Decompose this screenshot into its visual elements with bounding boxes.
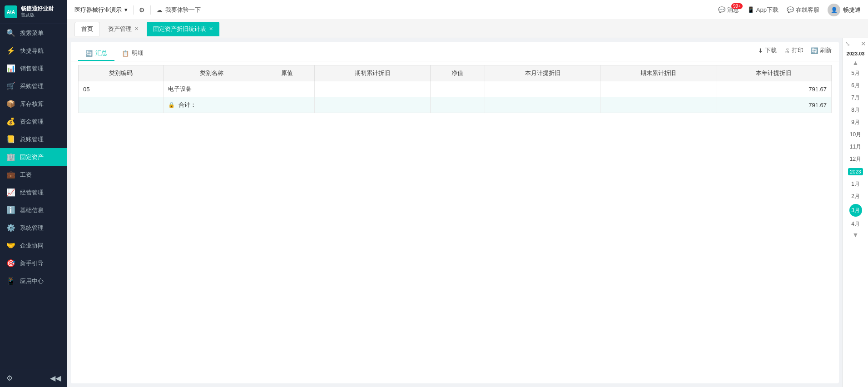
topbar-experience[interactable]: ☁ 我要体验一下 (156, 6, 201, 14)
date-item-3-active[interactable]: 3月 (849, 204, 862, 217)
sidebar-subtitle: 普及版 (21, 12, 54, 18)
download-label: 下载 (765, 46, 777, 55)
sidebar: AtA 畅捷通好业财 普及版 🔍 搜索菜单 ⚡ 快捷导航 📊 销售管理 🛒 采购… (0, 0, 67, 387)
content-body: 🔄 汇总 📋 明细 ⬇ 下载 🖨 打印 (67, 38, 868, 387)
company-name: 医疗器械行业演示 (74, 6, 122, 14)
sidebar-item-search-label: 搜索菜单 (20, 29, 44, 37)
sidebar-item-ledger[interactable]: 📒 总账管理 (0, 130, 67, 148)
appcenter-icon: 📱 (6, 277, 15, 285)
quicknav-icon: ⚡ (6, 46, 15, 55)
depreciation-table: 类别编码 类别名称 原值 期初累计折旧 净值 本月计提折旧 期末累计折旧 本年计… (78, 65, 832, 113)
sidebar-item-appcenter[interactable]: 📱 应用中心 (0, 272, 67, 290)
date-item-11[interactable]: 11月 (843, 141, 868, 153)
sidebar-settings-icon[interactable]: ⚙ (6, 374, 13, 382)
inner-tab-detail-label: 明细 (132, 49, 144, 57)
sidebar-item-salary[interactable]: 💼 工资 (0, 166, 67, 184)
date-item-4[interactable]: 4月 (843, 218, 868, 230)
col-category-code: 类别编码 (79, 65, 164, 81)
user-avatar: 👤 (828, 4, 840, 16)
sidebar-item-guide[interactable]: 🎯 新手引导 (0, 254, 67, 272)
sidebar-item-system-label: 系统管理 (20, 224, 44, 232)
col-ytd-depreciation: 本年计提折旧 (716, 65, 831, 81)
basicinfo-icon: ℹ️ (6, 206, 15, 214)
subtotal-original-value (260, 97, 315, 113)
salary-icon: 💼 (6, 170, 15, 179)
sidebar-item-appcenter-label: 应用中心 (20, 277, 44, 285)
sidebar-item-inventory-label: 库存核算 (20, 100, 44, 108)
topbar-user[interactable]: 👤 畅捷通 (828, 4, 861, 16)
sidebar-item-finance[interactable]: 💰 资金管理 (0, 113, 67, 130)
sidebar-item-basicinfo-label: 基础信息 (20, 206, 44, 214)
sidebar-item-finance-label: 资金管理 (20, 118, 44, 126)
tab-asset-mgmt[interactable]: 资产管理 ✕ (102, 22, 145, 36)
experience-label: 我要体验一下 (165, 6, 201, 14)
finance-icon: 💰 (6, 117, 15, 126)
col-category-name: 类别名称 (164, 65, 260, 81)
tab-depreciation[interactable]: 固定资产折旧统计表 ✕ (147, 22, 219, 36)
purchase-icon: 🛒 (6, 82, 15, 90)
inner-tab-detail[interactable]: 📋 明细 (114, 46, 151, 61)
col-net-value: 净值 (430, 65, 485, 81)
download-button[interactable]: ⬇ 下载 (758, 46, 777, 55)
sidebar-collapse-icon[interactable]: ◀◀ (50, 374, 61, 382)
sidebar-item-search[interactable]: 🔍 搜索菜单 (0, 24, 67, 42)
dropdown-icon: ▾ (124, 6, 128, 13)
sidebar-item-cooperation[interactable]: 🤝 企业协同 (0, 237, 67, 254)
date-expand-icon[interactable]: ⤡ (845, 40, 850, 47)
sidebar-item-system[interactable]: ⚙️ 系统管理 (0, 219, 67, 237)
topbar-app-download[interactable]: 📱 App下载 (747, 6, 779, 14)
date-item-2[interactable]: 2月 (843, 190, 868, 203)
inner-tabs-bar: 🔄 汇总 📋 明细 ⬇ 下载 🖨 打印 (71, 42, 839, 61)
table-header-row: 类别编码 类别名称 原值 期初累计折旧 净值 本月计提折旧 期末累计折旧 本年计… (79, 65, 832, 81)
year-2023-container: 2023 (843, 165, 868, 178)
sidebar-item-fixedasset[interactable]: 🏢 固定资产 (0, 148, 67, 166)
date-item-7[interactable]: 7月 (843, 92, 868, 104)
tab-asset-mgmt-close[interactable]: ✕ (134, 26, 139, 32)
date-item-6[interactable]: 6月 (843, 79, 868, 92)
user-name: 畅捷通 (843, 6, 861, 14)
topbar-online-service[interactable]: 💬 在线客服 (787, 6, 819, 14)
date-item-12[interactable]: 12月 (843, 153, 868, 165)
sidebar-item-ops[interactable]: 📈 经营管理 (0, 184, 67, 201)
topbar-settings[interactable]: ⚙ (139, 6, 145, 14)
content-actions: ⬇ 下载 🖨 打印 🔄 刷新 (758, 46, 832, 55)
date-item-1[interactable]: 1月 (843, 178, 868, 190)
tab-depreciation-label: 固定资产折旧统计表 (153, 25, 206, 33)
cell-category-name: 电子设备 (164, 81, 260, 97)
sidebar-item-quicknav-label: 快捷导航 (20, 47, 44, 55)
sidebar-item-quicknav[interactable]: ⚡ 快捷导航 (0, 42, 67, 60)
sidebar-item-basicinfo[interactable]: ℹ️ 基础信息 (0, 201, 67, 219)
sidebar-item-inventory[interactable]: 📦 库存核算 (0, 95, 67, 113)
ops-icon: 📈 (6, 188, 15, 197)
tab-home[interactable]: 首页 (74, 22, 100, 36)
sidebar-item-sales[interactable]: 📊 销售管理 (0, 60, 67, 77)
tab-depreciation-close[interactable]: ✕ (209, 26, 213, 32)
print-button[interactable]: 🖨 打印 (784, 46, 804, 55)
refresh-icon: 🔄 (811, 47, 818, 54)
year-2023-badge[interactable]: 2023 (848, 168, 863, 175)
refresh-button[interactable]: 🔄 刷新 (811, 46, 832, 55)
date-panel-close[interactable]: ✕ (861, 40, 866, 47)
date-item-8[interactable]: 8月 (843, 104, 868, 116)
date-scroll-down[interactable]: ▼ (843, 230, 868, 239)
message-icon: 💬 (718, 6, 725, 13)
tab-home-label: 首页 (81, 25, 93, 33)
sidebar-item-salary-label: 工资 (20, 171, 32, 179)
date-item-10[interactable]: 10月 (843, 129, 868, 141)
system-icon: ⚙️ (6, 223, 15, 232)
sidebar-item-purchase[interactable]: 🛒 采购管理 (0, 77, 67, 95)
inner-tab-summary[interactable]: 🔄 汇总 (78, 46, 114, 61)
tab-asset-mgmt-label: 资产管理 (108, 25, 132, 33)
cell-period-end (600, 81, 716, 97)
print-icon: 🖨 (784, 47, 790, 54)
print-label: 打印 (792, 46, 804, 55)
col-monthly-depreciation: 本月计提折旧 (485, 65, 600, 81)
date-item-5[interactable]: 5月 (843, 67, 868, 79)
date-scroll-up[interactable]: ▲ (843, 58, 868, 67)
topbar-message[interactable]: 💬 消息 99+ (718, 6, 739, 14)
topbar-company[interactable]: 医疗器械行业演示 ▾ (74, 6, 128, 14)
app-download-icon: 📱 (747, 6, 754, 13)
sidebar-item-guide-label: 新手引导 (20, 259, 44, 268)
summary-icon: 🔄 (85, 50, 93, 57)
date-item-9[interactable]: 9月 (843, 116, 868, 129)
